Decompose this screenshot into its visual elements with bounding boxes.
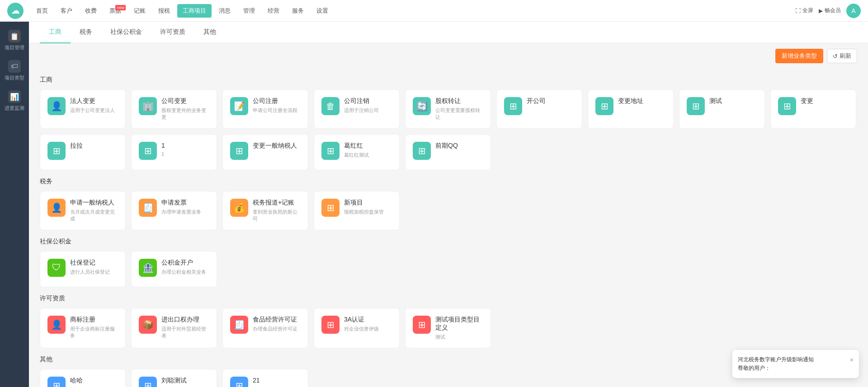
card-name: 公司注销 <box>344 97 392 105</box>
card-3A认证[interactable]: ⊞ 3A认证 对企业信誉评级 <box>314 308 400 348</box>
top-nav: ☁ 首页客户收费票据new记账报税工商项目消息管理经营服务设置 ⛶ 全屏 ▶ 畅… <box>0 0 868 22</box>
card-icon: 🛡 <box>47 259 66 277</box>
nav-item-消息[interactable]: 消息 <box>213 4 236 18</box>
card-葛红红[interactable]: ⊞ 葛红红 葛红红测试 <box>314 134 400 170</box>
card-公司变更[interactable]: 🏢 公司变更 股权变更外的业务变更 <box>131 89 217 129</box>
tab-许可资质[interactable]: 许可资质 <box>151 22 194 43</box>
card-name: 税务报道+记账 <box>253 199 301 207</box>
card-哈哈[interactable]: ⊞ 哈哈 <box>40 369 126 387</box>
card-测试项目类型目定义[interactable]: ⊞ 测试项目类型目定义 测试 <box>405 308 491 348</box>
card-新项目[interactable]: ⊞ 新项目 报税加税控盘保管 <box>314 191 400 230</box>
tab-税务[interactable]: 税务 <box>71 22 101 43</box>
refresh-button[interactable]: ↺ 刷新 <box>827 49 857 63</box>
card-申请一般纳税人[interactable]: 👤 申请一般纳税人 当月或次月成变更完成 <box>40 191 126 230</box>
sidebar-item-进度监测[interactable]: 📊 进度监测 <box>0 86 29 116</box>
nav-item-票据[interactable]: 票据new <box>104 4 127 18</box>
nav-item-服务[interactable]: 服务 <box>287 4 309 18</box>
card-name: 测试 <box>709 97 757 105</box>
card-desc: 拿到营业执照的新公司 <box>253 209 301 223</box>
member-btn[interactable]: ▶ 畅会员 <box>819 7 841 14</box>
card-info: 3A认证 对企业信誉评级 <box>344 316 392 332</box>
card-商标注册[interactable]: 👤 商标注册 用于企业商标注册服务 <box>40 308 126 348</box>
member-label: 畅会员 <box>825 7 841 14</box>
card-info: 前期QQ <box>435 142 483 152</box>
card-申请发票[interactable]: 🧾 申请发票 办理申请发票业务 <box>131 191 217 230</box>
cards-grid-工商: 👤 法人变更 适用于公司变更法人 🏢 公司变更 股权变更外的业务变更 📝 公司注… <box>40 89 857 170</box>
card-测试[interactable]: ⊞ 测试 <box>679 89 765 129</box>
section-title-社保公积金: 社保公积金 <box>40 238 857 246</box>
avatar[interactable]: A <box>846 4 861 18</box>
content-toolbar: 新增业务类型 ↺ 刷新 <box>29 43 868 63</box>
nav-badge-new: new <box>115 5 126 10</box>
card-info: 变更一般纳税人 <box>253 142 301 152</box>
sidebar-item-label: 项目管理 <box>5 44 24 51</box>
card-name: 申请一般纳税人 <box>70 199 118 207</box>
nav-item-经营[interactable]: 经营 <box>262 4 285 18</box>
section-title-工商: 工商 <box>40 76 857 84</box>
card-info: 商标注册 用于企业商标注册服务 <box>70 316 118 340</box>
nav-item-记账[interactable]: 记账 <box>128 4 151 18</box>
sidebar-icon: 📊 <box>8 90 21 103</box>
member-icon: ▶ <box>819 8 823 14</box>
card-税务报道+记账[interactable]: 💰 税务报道+记账 拿到营业执照的新公司 <box>222 191 308 230</box>
fullscreen-btn[interactable]: ⛶ 全屏 <box>795 7 813 14</box>
card-刘聪测试[interactable]: ⊞ 刘聪测试 测试 <box>131 369 217 387</box>
card-info: 测试项目类型目定义 测试 <box>435 316 483 340</box>
sidebar-item-项目管理[interactable]: 📋 项目管理 <box>0 25 29 56</box>
nav-item-工商项目[interactable]: 工商项目 <box>177 4 212 18</box>
fullscreen-icon: ⛶ <box>795 8 801 14</box>
notification-close[interactable]: × <box>850 355 854 365</box>
card-icon: ⊞ <box>595 97 613 115</box>
card-开公司[interactable]: ⊞ 开公司 <box>496 89 582 129</box>
add-type-button[interactable]: 新增业务类型 <box>775 49 823 63</box>
tab-工商[interactable]: 工商 <box>40 22 71 43</box>
card-公积金开户[interactable]: 🏦 公积金开户 办理公积金相关业务 <box>131 251 217 287</box>
card-拉拉[interactable]: ⊞ 拉拉 <box>40 134 126 170</box>
card-icon: ⊞ <box>321 142 340 160</box>
card-name: 变更 <box>801 97 849 105</box>
card-icon: ⊞ <box>413 316 431 334</box>
card-info: 申请一般纳税人 当月或次月成变更完成 <box>70 199 118 223</box>
card-desc: 对企业信誉评级 <box>344 326 392 332</box>
card-社保登记[interactable]: 🛡 社保登记 进行人员社保登记 <box>40 251 126 287</box>
card-法人变更[interactable]: 👤 法人变更 适用于公司变更法人 <box>40 89 126 129</box>
card-name: 股权转让 <box>435 97 483 105</box>
card-食品经营许可证[interactable]: 🧾 食品经营许可证 办理食品经营许可证 <box>222 308 308 348</box>
card-股权转让[interactable]: 🔄 股权转让 公司变更需要股权转让 <box>405 89 491 129</box>
card-icon: 📦 <box>139 316 157 334</box>
nav-item-收费[interactable]: 收费 <box>80 4 102 18</box>
card-info: 测试 <box>709 97 757 107</box>
card-desc: 办理公积金相关业务 <box>161 269 209 275</box>
card-name: 拉拉 <box>70 142 118 150</box>
card-name: 公积金开户 <box>161 259 209 267</box>
card-name: 法人变更 <box>70 97 118 105</box>
card-变更一般纳税人[interactable]: ⊞ 变更一般纳税人 <box>222 134 308 170</box>
tab-其他[interactable]: 其他 <box>194 22 225 43</box>
sidebar-item-项目类型[interactable]: 🏷 项目类型 <box>0 56 29 86</box>
tab-社保公积金[interactable]: 社保公积金 <box>101 22 151 43</box>
sidebar-item-label: 项目类型 <box>5 75 24 81</box>
tabs-bar: 工商税务社保公积金许可资质其他 <box>29 22 868 43</box>
nav-item-管理[interactable]: 管理 <box>238 4 260 18</box>
card-info: 社保登记 进行人员社保登记 <box>70 259 118 275</box>
card-前期QQ[interactable]: ⊞ 前期QQ <box>405 134 491 170</box>
notification-text: 河北税务数字账户升级影响通知 尊敬的用户： <box>738 355 814 373</box>
card-21[interactable]: ⊞ 21 1 <box>222 369 308 387</box>
card-icon: 👤 <box>47 316 66 334</box>
nav-item-首页[interactable]: 首页 <box>31 4 53 18</box>
card-变更[interactable]: ⊞ 变更 <box>770 89 856 129</box>
card-desc: 公司变更需要股权转让 <box>435 107 483 121</box>
nav-item-报税[interactable]: 报税 <box>153 4 175 18</box>
card-变更地址[interactable]: ⊞ 变更地址 <box>588 89 674 129</box>
card-1[interactable]: ⊞ 1 1 <box>131 134 217 170</box>
card-进出口权办理[interactable]: 📦 进出口权办理 适用于对外贸易经营者 <box>131 308 217 348</box>
nav-item-设置[interactable]: 设置 <box>311 4 334 18</box>
nav-item-客户[interactable]: 客户 <box>55 4 78 18</box>
cards-grid-许可资质: 👤 商标注册 用于企业商标注册服务 📦 进出口权办理 适用于对外贸易经营者 🧾 … <box>40 308 857 348</box>
card-info: 公司注册 申请公司注册全流程 <box>253 97 301 114</box>
card-name: 公司注册 <box>253 97 301 105</box>
card-公司注销[interactable]: 🗑 公司注销 适用于注销公司 <box>314 89 400 129</box>
card-公司注册[interactable]: 📝 公司注册 申请公司注册全流程 <box>222 89 308 129</box>
nav-menu: 首页客户收费票据new记账报税工商项目消息管理经营服务设置 <box>31 4 795 18</box>
card-icon: ⊞ <box>778 97 796 115</box>
